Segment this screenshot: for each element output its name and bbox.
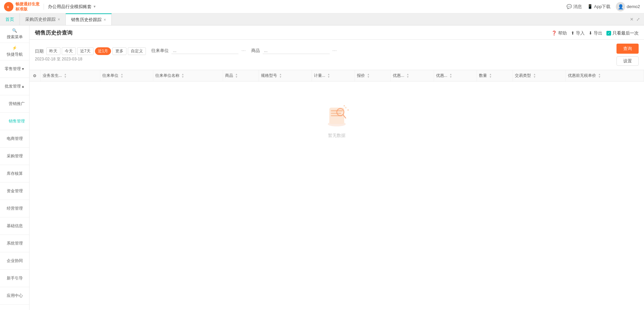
help-button[interactable]: ❓ 帮助: [551, 30, 567, 36]
date-btn-7days[interactable]: 近7天: [77, 47, 94, 55]
th-biz-date[interactable]: 业务发生... ▲▼: [40, 70, 100, 82]
page-title: 销售历史价查询: [35, 30, 72, 37]
gear-icon[interactable]: ⚙: [33, 73, 37, 78]
partner-input[interactable]: [171, 47, 238, 54]
th-partner-name[interactable]: 往来单位名称 ▲▼: [153, 70, 223, 82]
date-btn-custom[interactable]: 自定义: [128, 47, 146, 55]
sidebar-item-inventory[interactable]: 库存核算: [0, 165, 29, 183]
sort-arrows-trade-type: ▲▼: [533, 73, 536, 79]
svg-point-9: [345, 107, 346, 108]
date-filter-group: 昨天 今天 近7天 近1月 更多 自定义: [46, 47, 146, 55]
tab-sales-close-icon[interactable]: ×: [104, 17, 106, 22]
setting-button[interactable]: 设置: [616, 56, 639, 66]
empty-state-text: 暂无数据: [328, 133, 345, 139]
sidebar-item-app-center[interactable]: 应用中心: [0, 287, 29, 305]
top-bar-right: 💬 消息 📱 App下载 👤 demo2: [567, 2, 640, 11]
date-btn-1month[interactable]: 近1月: [95, 47, 111, 55]
import-button[interactable]: ⬆ 导入: [571, 30, 585, 36]
date-btn-yesterday[interactable]: 昨天: [46, 47, 60, 55]
sidebar-item-ecommerce[interactable]: 电商管理: [0, 130, 29, 148]
empty-state: 暂无数据: [30, 82, 644, 159]
tab-purchase-close-icon[interactable]: ×: [58, 17, 60, 22]
sort-arrows-qty: ▲▼: [489, 73, 492, 79]
sort-arrows-unit: ▲▼: [327, 73, 330, 79]
tab-bar: 首页 采购历史价跟踪 × 销售历史价跟踪 × ✕ ⤢: [0, 13, 644, 25]
goods-input[interactable]: [263, 47, 330, 54]
sidebar-item-beginner-guide[interactable]: 新手引导: [0, 270, 29, 287]
search-menu-icon: 🔍: [12, 28, 17, 33]
th-qty[interactable]: 数量 ▲▼: [477, 70, 513, 82]
message-icon: 💬: [567, 4, 572, 9]
last-only-checkbox[interactable]: [606, 31, 611, 36]
sidebar-item-wechat-enterprise[interactable]: 企业微信: [0, 305, 29, 310]
tab-home[interactable]: 首页: [0, 13, 20, 25]
workspace-dropdown[interactable]: 办公用品行业模拟账套 ▼: [44, 4, 96, 10]
partner-filter-wrap: 往来单位 ···: [151, 47, 246, 54]
main-layout: 🔍 搜索菜单 ⚡ 快捷导航 零售管理 ▼ 批发管理 ▲ 营销推广 销售管理 电商…: [0, 25, 644, 310]
sidebar-item-enterprise-collab[interactable]: 企业协同: [0, 252, 29, 270]
partner-picker-icon[interactable]: ···: [241, 48, 246, 54]
filter-bar: 日期 昨天 今天 近7天 近1月 更多 自定义 2023-02-18 至 202…: [30, 40, 644, 70]
sort-arrows-spec: ▲▼: [279, 73, 282, 79]
download-icon: 📱: [587, 4, 593, 9]
export-icon: ⬇: [589, 31, 592, 36]
dropdown-chevron-icon: ▼: [93, 5, 96, 8]
date-btn-more[interactable]: 更多: [112, 47, 126, 55]
top-bar: 6 畅捷通好生意 标准版 办公用品行业模拟账套 ▼ 💬 消息 📱 App下载 👤: [0, 0, 644, 13]
date-filter-row: 日期 昨天 今天 近7天 近1月 更多 自定义: [35, 47, 146, 55]
sidebar-item-search-menu[interactable]: 🔍 搜索菜单: [0, 25, 29, 43]
sidebar-item-operations[interactable]: 经营管理: [0, 200, 29, 217]
date-filter-section: 日期 昨天 今天 近7天 近1月 更多 自定义 2023-02-18 至 202…: [35, 47, 146, 62]
sort-arrows-quote: ▲▼: [367, 73, 370, 79]
tab-sales-history[interactable]: 销售历史价跟踪 ×: [66, 13, 112, 25]
sort-arrows-discount2: ▲▼: [449, 73, 452, 79]
tab-close-all-icon[interactable]: ✕: [630, 17, 634, 22]
logo-text: 畅捷通好生意 标准版: [15, 2, 40, 11]
th-pre-discount-price[interactable]: 优惠前无税单价 ▲▼: [566, 70, 644, 82]
sidebar-item-finance[interactable]: 资金管理: [0, 183, 29, 200]
user-avatar-button[interactable]: 👤 demo2: [616, 2, 640, 11]
th-discount2[interactable]: 优惠... ▲▼: [434, 70, 477, 82]
svg-rect-5: [331, 113, 341, 114]
sidebar-item-sales-mgmt[interactable]: 销售管理: [0, 113, 29, 130]
tab-bar-actions: ✕ ⤢: [626, 17, 644, 22]
th-quote[interactable]: 报价 ▲▼: [355, 70, 390, 82]
sidebar-item-wholesale-mgmt[interactable]: 批发管理 ▲: [0, 78, 29, 95]
message-button[interactable]: 💬 消息: [567, 4, 582, 10]
date-range-display: 2023-02-18 至 2023-03-18: [35, 56, 82, 62]
th-partner[interactable]: 往来单位 ▲▼: [100, 70, 153, 82]
tab-purchase-history[interactable]: 采购历史价跟踪 ×: [20, 13, 66, 25]
goods-filter-wrap: 商品 ···: [251, 47, 337, 54]
app-download-button[interactable]: 📱 App下载: [587, 4, 610, 10]
table-area: ⚙ 业务发生... ▲▼ 往来单位 ▲▼ 往来单位名称 ▲▼: [30, 70, 644, 310]
filter-action-col: 查询 设置: [616, 44, 639, 66]
sort-arrows-partner: ▲▼: [120, 73, 123, 79]
sort-arrows-pre-discount-price: ▲▼: [598, 73, 601, 79]
avatar: 👤: [616, 2, 625, 11]
svg-text:6: 6: [7, 5, 9, 8]
tab-expand-icon[interactable]: ⤢: [636, 17, 640, 22]
th-goods[interactable]: 商品 ▲▼: [223, 70, 259, 82]
th-trade-type[interactable]: 交易类型 ▲▼: [513, 70, 566, 82]
query-button[interactable]: 查询: [616, 44, 639, 54]
th-unit[interactable]: 计量... ▲▼: [312, 70, 355, 82]
sidebar-item-purchase-mgmt[interactable]: 采购管理: [0, 148, 29, 165]
quick-nav-icon: ⚡: [12, 46, 17, 50]
sidebar-item-basic-info[interactable]: 基础信息: [0, 217, 29, 235]
page-header-actions: ❓ 帮助 ⬆ 导入 ⬇ 导出 只看最后一次: [551, 30, 639, 36]
export-button[interactable]: ⬇ 导出: [589, 30, 602, 36]
top-bar-left: 6 畅捷通好生意 标准版 办公用品行业模拟账套 ▼: [4, 2, 96, 11]
import-icon: ⬆: [571, 31, 575, 36]
date-btn-today[interactable]: 今天: [62, 47, 76, 55]
goods-picker-icon[interactable]: ···: [332, 48, 337, 54]
sidebar-item-retail-mgmt[interactable]: 零售管理 ▼: [0, 60, 29, 78]
sidebar-item-system-mgmt[interactable]: 系统管理: [0, 235, 29, 252]
svg-point-10: [347, 109, 349, 111]
th-discount1[interactable]: 优惠... ▲▼: [391, 70, 434, 82]
svg-point-11: [343, 105, 345, 107]
sidebar-item-marketing[interactable]: 营销推广: [0, 95, 29, 113]
th-spec[interactable]: 规格型号 ▲▼: [259, 70, 312, 82]
sidebar-item-quick-nav[interactable]: ⚡ 快捷导航: [0, 43, 29, 60]
last-only-checkbox-label[interactable]: 只看最后一次: [606, 30, 639, 36]
logo-icon: 6: [4, 2, 13, 11]
